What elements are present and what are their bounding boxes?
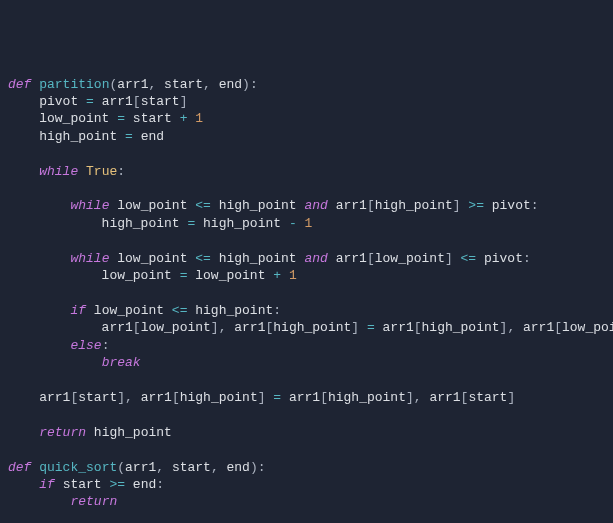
code-line[interactable]: break [8,354,605,371]
code-token: arr1 [289,390,320,405]
code-token: low_point [117,251,195,266]
code-token: [ [367,251,375,266]
code-token [8,425,39,440]
code-line[interactable]: while low_point <= high_point and arr1[l… [8,250,605,267]
code-token: low_point [195,268,273,283]
code-token: , [211,460,227,475]
code-line[interactable] [8,511,605,523]
code-line[interactable] [8,441,605,458]
code-token: else [70,338,101,353]
code-line[interactable]: high_point = end [8,128,605,145]
code-token: arr1 [383,320,414,335]
code-token: while [70,251,117,266]
code-token: <= [195,251,218,266]
code-line[interactable]: low_point = start + 1 [8,110,605,127]
code-token: high_point [94,425,172,440]
code-token: start [172,460,211,475]
code-token: low_point [375,251,445,266]
code-token: ): [242,77,258,92]
code-line[interactable] [8,145,605,162]
code-token: high_point [422,320,500,335]
code-token: while [70,198,117,213]
code-token: : [531,198,539,213]
code-token: ], [117,390,140,405]
code-token: high_point [8,129,125,144]
code-token: arr1 [8,320,133,335]
code-token: low_point [8,111,117,126]
code-token: >= [468,198,491,213]
code-line[interactable]: while True: [8,163,605,180]
code-token: start [141,94,180,109]
code-token: , [148,77,164,92]
code-token: : [102,338,110,353]
code-token: = [367,320,383,335]
code-token: return [70,494,117,509]
code-line[interactable]: low_point = low_point + 1 [8,267,605,284]
code-token: start [133,111,180,126]
code-token: ], [500,320,523,335]
code-token: if [70,303,93,318]
code-token: arr1 [102,94,133,109]
code-token: ): [250,460,266,475]
code-token: pivot [8,94,86,109]
code-token: : [523,251,531,266]
code-token: ] [445,251,461,266]
code-line[interactable]: else: [8,337,605,354]
code-line[interactable]: def quick_sort(arr1, start, end): [8,459,605,476]
code-token: quick_sort [39,460,117,475]
code-token: True [86,164,117,179]
code-token: [ [367,198,375,213]
code-token: low_point [94,303,172,318]
code-token: arr1 [234,320,265,335]
code-token: 1 [289,268,297,283]
code-token: high_point [195,303,273,318]
code-line[interactable]: arr1[start], arr1[high_point] = arr1[hig… [8,389,605,406]
code-token [8,494,70,509]
code-token: ], [406,390,429,405]
code-token: low_point [141,320,211,335]
code-token: arr1 [141,390,172,405]
code-token: [ [133,94,141,109]
code-token [8,303,70,318]
code-line[interactable] [8,232,605,249]
code-token: arr1 [117,77,148,92]
code-token [8,338,70,353]
code-line[interactable]: return high_point [8,424,605,441]
code-token: end [227,460,250,475]
code-line[interactable]: return [8,493,605,510]
code-token: : [156,477,164,492]
code-line[interactable]: high_point = high_point - 1 [8,215,605,232]
code-token: arr1 [336,251,367,266]
code-line[interactable]: pivot = arr1[start] [8,93,605,110]
code-editor[interactable]: def partition(arr1, start, end): pivot =… [8,76,605,523]
code-line[interactable]: arr1[low_point], arr1[high_point] = arr1… [8,319,605,336]
code-line[interactable] [8,406,605,423]
code-token: low_point [8,268,180,283]
code-token: ] [180,94,188,109]
code-token: low_point [562,320,613,335]
code-token: arr1 [429,390,460,405]
code-token [8,164,39,179]
code-line[interactable] [8,285,605,302]
code-token: high_point [273,320,351,335]
code-token: high_point [219,251,305,266]
code-line[interactable]: def partition(arr1, start, end): [8,76,605,93]
code-line[interactable]: while low_point <= high_point and arr1[h… [8,197,605,214]
code-token: ] [351,320,367,335]
code-token: >= [109,477,132,492]
code-token: , [156,460,172,475]
code-token: def [8,460,39,475]
code-token: def [8,77,39,92]
code-token: 1 [195,111,203,126]
code-token: 1 [304,216,312,231]
code-token: break [102,355,141,370]
code-line[interactable] [8,372,605,389]
code-token: start [78,390,117,405]
code-line[interactable]: if start >= end: [8,476,605,493]
code-token: high_point [219,198,305,213]
code-token: return [39,425,94,440]
code-token: partition [39,77,109,92]
code-line[interactable]: if low_point <= high_point: [8,302,605,319]
code-line[interactable] [8,180,605,197]
code-token: while [39,164,86,179]
